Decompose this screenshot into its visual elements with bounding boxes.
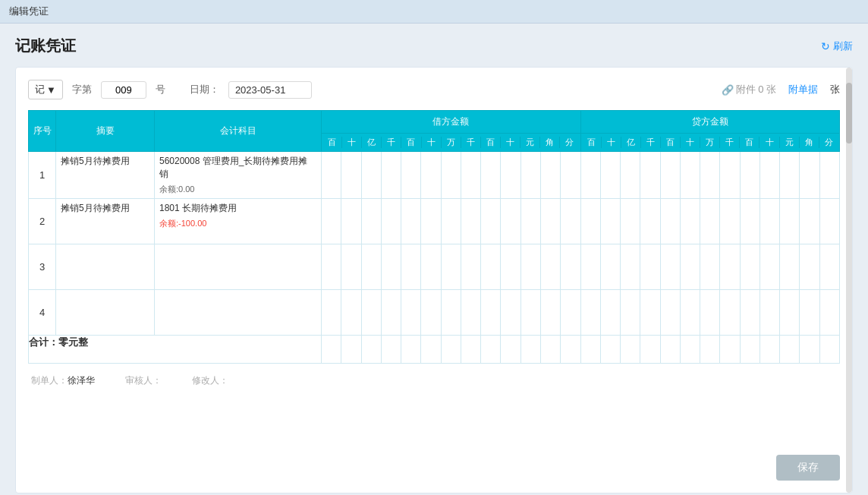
creator-label: 制单人：徐泽华 — [31, 374, 95, 387]
seq-cell: 2 — [29, 199, 56, 244]
seq-cell: 4 — [29, 290, 56, 336]
table-row: 3 — [29, 244, 840, 290]
header-credit: 贷方金额 — [580, 111, 840, 134]
debit-amount-cell[interactable] — [322, 290, 581, 336]
total-label: 合计：零元整 — [29, 336, 322, 364]
page-title-row: 记账凭证 ↻ 刷新 — [15, 36, 853, 56]
seq-cell: 1 — [29, 152, 56, 199]
total-credit — [580, 336, 840, 364]
account-code-name: 56020008 管理费用_长期待摊费用摊销 — [159, 155, 316, 181]
reviewer-label: 审核人： — [125, 374, 162, 387]
debit-amount-cell[interactable] — [322, 244, 581, 290]
refresh-label: 刷新 — [833, 39, 853, 53]
credit-amount-cell[interactable] — [580, 244, 840, 290]
header-debit-digits: 百 十 亿 千 百 十 万 千 百 十 元 角 分 — [322, 134, 581, 152]
total-debit — [322, 336, 581, 364]
main-content: 记账凭证 ↻ 刷新 记 ▼ 字第 号 日期： 🔗 附件 0 张 附单据 — [0, 24, 868, 495]
summary-cell[interactable] — [56, 290, 155, 336]
title-bar-label: 编辑凭证 — [9, 5, 49, 17]
creator-value: 徐泽华 — [68, 375, 95, 386]
date-input[interactable] — [228, 81, 312, 99]
voucher-table: 序号 摘要 会计科目 借方金额 贷方金额 百 十 亿 千 百 十 — [28, 110, 840, 364]
refresh-icon: ↻ — [821, 40, 830, 52]
zhang-label: 张 — [830, 83, 840, 96]
card: 记 ▼ 字第 号 日期： 🔗 附件 0 张 附单据 张 序号 摘 — [15, 67, 853, 493]
header-credit-digits: 百 十 亿 千 百 十 万 千 百 十 元 角 分 — [580, 134, 840, 152]
right-actions: 🔗 附件 0 张 附单据 张 — [722, 83, 840, 96]
header-debit: 借方金额 — [322, 111, 581, 134]
scrollbar-track[interactable] — [846, 68, 852, 493]
scrollbar-thumb[interactable] — [846, 83, 852, 143]
header-summary: 摘要 — [56, 111, 155, 152]
date-label: 日期： — [190, 83, 219, 96]
table-row: 2 摊销5月待摊费用 1801 长期待摊费用 余额:-100.00 — [29, 199, 840, 244]
attach-label: 附件 0 张 — [736, 83, 776, 96]
footer-row: 制单人：徐泽华 审核人： 修改人： — [28, 374, 840, 387]
ji-label: 记 — [35, 83, 45, 96]
debit-amount-cell[interactable] — [322, 152, 581, 199]
table-row: 4 — [29, 290, 840, 336]
ji-dropdown-icon: ▼ — [46, 84, 56, 96]
credit-amount-cell[interactable] — [580, 290, 840, 336]
editor-label: 修改人： — [192, 374, 228, 387]
account-cell[interactable]: 56020008 管理费用_长期待摊费用摊销 余额:0.00 — [155, 152, 322, 199]
summary-cell[interactable] — [56, 244, 155, 290]
account-cell[interactable] — [155, 244, 322, 290]
account-cell[interactable]: 1801 长期待摊费用 余额:-100.00 — [155, 199, 322, 244]
debit-amount-cell[interactable] — [322, 199, 581, 244]
attach-icon: 🔗 — [722, 84, 734, 96]
title-bar: 编辑凭证 — [0, 0, 868, 24]
balance-text: 余额:0.00 — [159, 184, 316, 195]
credit-amount-cell[interactable] — [580, 199, 840, 244]
summary-cell[interactable]: 摊销5月待摊费用 — [56, 152, 155, 199]
credit-amount-cell[interactable] — [580, 152, 840, 199]
zi-input[interactable] — [101, 81, 146, 99]
header-account: 会计科目 — [155, 111, 322, 152]
account-cell[interactable] — [155, 290, 322, 336]
save-button[interactable]: 保存 — [776, 455, 840, 481]
seq-cell: 3 — [29, 244, 56, 290]
refresh-button[interactable]: ↻ 刷新 — [821, 39, 853, 53]
total-row: 合计：零元整 — [29, 336, 840, 364]
page-title: 记账凭证 — [15, 36, 76, 56]
summary-cell[interactable]: 摊销5月待摊费用 — [56, 199, 155, 244]
account-code-name: 1801 长期待摊费用 — [159, 202, 316, 215]
hao-label: 号 — [156, 83, 165, 96]
form-row: 记 ▼ 字第 号 日期： 🔗 附件 0 张 附单据 张 — [28, 80, 840, 99]
table-row: 1 摊销5月待摊费用 56020008 管理费用_长期待摊费用摊销 余额:0.0… — [29, 152, 840, 199]
attach-link[interactable]: 🔗 附件 0 张 — [722, 83, 776, 96]
ji-dropdown-button[interactable]: 记 ▼ — [28, 80, 63, 99]
header-seq: 序号 — [29, 111, 56, 152]
balance-negative-text: 余额:-100.00 — [159, 218, 316, 229]
zi-label: 字第 — [72, 83, 92, 96]
fudanju-link[interactable]: 附单据 — [788, 83, 818, 96]
